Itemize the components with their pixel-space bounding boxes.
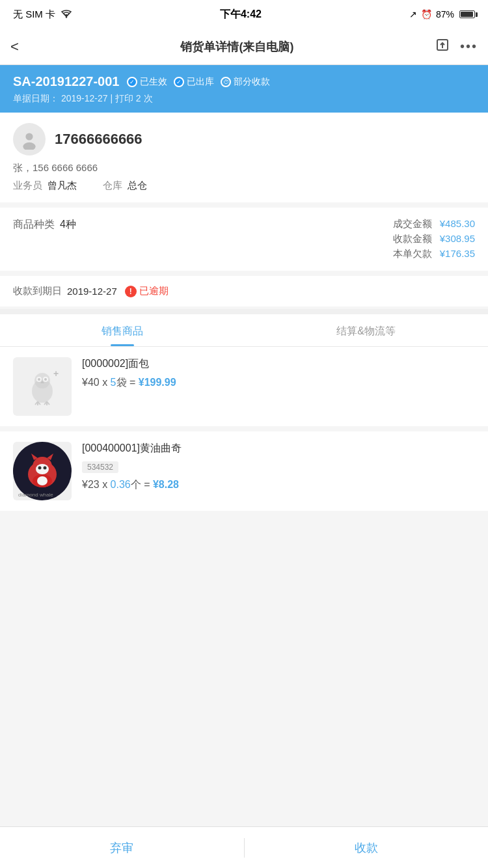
tab-settlement[interactable]: 结算&物流等 [244, 314, 488, 346]
badge-partial-payment: ⏱ 部分收款 [221, 76, 270, 88]
stats-section: 商品种类 4种 成交金额 ¥485.30 收款金额 ¥308.95 本单欠款 ¥… [0, 208, 488, 271]
warehouse-name: 总仓 [128, 180, 147, 192]
product-name-1: [0000002]面包 [82, 357, 475, 371]
product-equals-1: = [127, 377, 139, 388]
category-label: 商品种类 [13, 218, 55, 232]
product-unit-price-1: ¥40 x [82, 377, 111, 388]
status-right: ↗ ⏰ 87% [409, 9, 475, 20]
svg-point-24 [36, 464, 49, 474]
product-name-2: [000400001]黄油曲奇 [82, 442, 475, 455]
order-header: SA-20191227-001 ✓ 已生效 ✓ 已出库 ⏱ 部分收款 单据日期：… [0, 65, 488, 113]
stats-row: 商品种类 4种 成交金额 ¥485.30 收款金额 ¥308.95 本单欠款 ¥… [13, 218, 475, 260]
more-icon[interactable]: ••• [460, 39, 478, 54]
order-meta: 单据日期： 2019-12-27 | 打印 2 次 [13, 93, 475, 105]
nav-actions: ••• [435, 38, 478, 55]
product-unit-2: 个 [131, 479, 141, 490]
page-title: 销货单详情(来自电脑) [39, 39, 435, 55]
customer-detail: 张，156 6666 6666 [13, 162, 475, 174]
tab-sales-products[interactable]: 销售商品 [0, 314, 244, 346]
status-left: 无 SIM 卡 [13, 8, 72, 21]
svg-point-4 [25, 133, 33, 140]
tabs-divider [0, 309, 488, 314]
stats-left: 商品种类 4种 [13, 218, 76, 232]
product-quantity-2: 0.36 [111, 479, 131, 490]
status-bar: 无 SIM 卡 下午4:42 ↗ ⏰ 87% [0, 0, 488, 29]
staff-name: 曾凡杰 [47, 180, 77, 192]
nav-bar: < 销货单详情(来自电脑) ••• [0, 29, 488, 65]
due-date-value: 2019-12-27 [67, 286, 117, 297]
product-info-1: [0000002]面包 ¥40 x 5袋 = ¥199.99 [82, 357, 475, 390]
product-unit-1: 袋 [116, 377, 127, 388]
check-icon-2: ✓ [174, 77, 184, 87]
overdue-badge: ! 已逾期 [125, 285, 169, 297]
alarm-icon: ⏰ [421, 9, 432, 20]
location-icon: ↗ [409, 9, 417, 20]
bottom-bar: 弃审 收款 [0, 826, 488, 868]
product-image-placeholder-1: + [20, 364, 65, 409]
overdue-text: 已逾期 [139, 285, 169, 297]
stats-right: 成交金额 ¥485.30 收款金额 ¥308.95 本单欠款 ¥176.35 [393, 218, 475, 260]
battery-icon [459, 10, 475, 18]
product-tag-2: 534532 [82, 461, 118, 473]
wifi-icon [61, 9, 72, 20]
product-info-2: [000400001]黄油曲奇 534532 ¥23 x 0.36个 = ¥8.… [82, 442, 475, 492]
tabs-section: 销售商品 结算&物流等 [0, 314, 488, 347]
stat-deal-amount: 成交金额 ¥485.30 [393, 218, 475, 230]
products-section: + [0000002]面包 ¥40 x 5袋 = ¥199.99 [0, 347, 488, 568]
status-time: 下午4:42 [220, 8, 262, 21]
stat-owed-amount: 本单欠款 ¥176.35 [393, 248, 475, 260]
svg-point-12 [44, 378, 47, 381]
product-thumbnail-1: + [13, 357, 72, 416]
product-item-2: diamond whale [000400001]黄油曲奇 534532 ¥23… [0, 431, 488, 511]
svg-point-26 [44, 467, 47, 470]
due-label: 收款到期日 [13, 285, 62, 297]
avatar [13, 123, 46, 156]
svg-point-30 [37, 476, 47, 485]
product-price-row-1: ¥40 x 5袋 = ¥199.99 [82, 376, 475, 390]
product-total-1: ¥199.99 [139, 377, 176, 388]
order-badges: ✓ 已生效 ✓ 已出库 ⏱ 部分收款 [127, 76, 270, 88]
badge-shipped: ✓ 已出库 [174, 76, 214, 88]
svg-point-11 [38, 378, 40, 381]
staff-row: 业务员 曾凡杰 仓库 总仓 [13, 180, 475, 192]
check-icon-1: ✓ [127, 77, 137, 87]
product-total-2: ¥8.28 [153, 479, 179, 490]
svg-text:diamond whale: diamond whale [18, 492, 53, 498]
product-equals-2: = [141, 479, 153, 490]
collect-payment-button[interactable]: 收款 [245, 827, 489, 868]
customer-row: 17666666666 [13, 123, 475, 156]
staff-label: 业务员 [13, 180, 42, 192]
overdue-icon: ! [125, 286, 137, 297]
product-unit-price-2: ¥23 x [82, 479, 111, 490]
stat-collected-amount: 收款金额 ¥308.95 [393, 233, 475, 245]
svg-point-25 [38, 467, 42, 470]
due-date-section: 收款到期日 2019-12-27 ! 已逾期 [0, 276, 488, 306]
product-thumbnail-2: diamond whale [13, 442, 72, 500]
share-icon[interactable] [435, 38, 450, 55]
order-id: SA-20191227-001 [13, 74, 119, 89]
badge-effective: ✓ 已生效 [127, 76, 167, 88]
clock-icon: ⏱ [221, 77, 231, 87]
customer-section: 17666666666 张，156 6666 6666 业务员 曾凡杰 仓库 总… [0, 113, 488, 202]
tabs-row: 销售商品 结算&物流等 [0, 314, 488, 346]
category-value: 4种 [60, 218, 76, 232]
product-quantity-1: 5 [111, 377, 116, 388]
back-button[interactable]: < [10, 38, 39, 55]
cancel-review-button[interactable]: 弃审 [0, 827, 244, 868]
customer-name: 17666666666 [55, 131, 142, 148]
battery-percent: 87% [436, 9, 454, 20]
warehouse-label: 仓库 [103, 180, 122, 192]
carrier-text: 无 SIM 卡 [13, 8, 55, 21]
product-price-row-2: ¥23 x 0.36个 = ¥8.28 [82, 478, 475, 492]
svg-point-0 [66, 16, 67, 18]
product-item: + [0000002]面包 ¥40 x 5袋 = ¥199.99 [0, 347, 488, 426]
svg-text:+: + [53, 368, 59, 379]
product-image-2: diamond whale [13, 442, 72, 500]
